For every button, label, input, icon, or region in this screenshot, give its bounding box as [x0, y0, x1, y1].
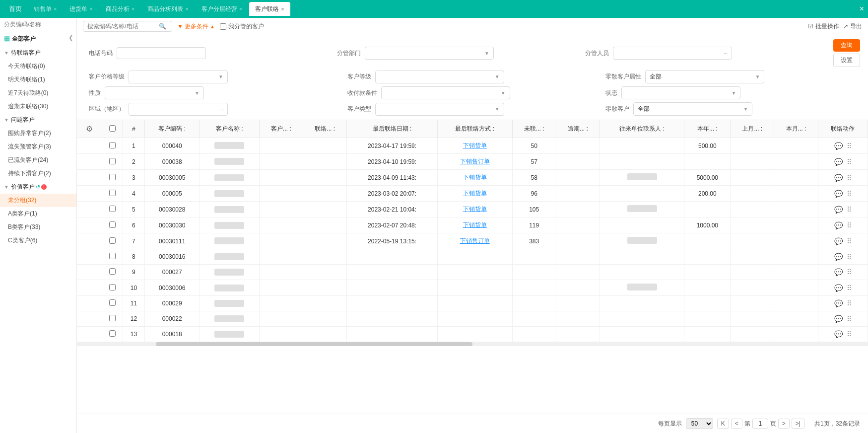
nav-home[interactable]: 首页 [4, 4, 27, 13]
col-overdue[interactable]: 逾期... : [556, 120, 600, 138]
scroll-bar[interactable] [77, 342, 868, 346]
nav-tab-purchase[interactable]: 进货单 × [64, 2, 98, 16]
row-checkbox[interactable] [102, 202, 123, 217]
last-method-link[interactable]: 下销货单 [463, 206, 487, 213]
row-select-checkbox[interactable] [109, 190, 116, 196]
row-checkbox[interactable] [102, 186, 123, 202]
more-action-icon[interactable]: ⠿ [847, 142, 852, 150]
more-action-icon[interactable]: ⠿ [847, 174, 852, 182]
close-tab-customer-mgmt[interactable]: × [239, 6, 242, 12]
row-last-method[interactable]: 下销货单 [437, 170, 512, 186]
close-tab-analysis[interactable]: × [132, 6, 134, 12]
more-action-icon[interactable]: ⠿ [847, 206, 852, 214]
sidebar-item-b-class[interactable]: B类客户(33) [0, 220, 76, 234]
col-last-date[interactable]: 最后联络日期 : [347, 120, 438, 138]
more-action-icon[interactable]: ⠿ [847, 284, 852, 292]
last-method-link[interactable]: 下销货单 [463, 174, 487, 181]
my-customers-filter[interactable]: 我分管的客户 [220, 22, 264, 31]
sidebar-item-7days[interactable]: 近7天待联络(0) [0, 86, 76, 100]
col-last-method[interactable]: 最后联络方式 : [437, 120, 512, 138]
select-all-checkbox[interactable] [109, 125, 116, 132]
first-page-btn[interactable]: K [717, 419, 729, 429]
contact-action-icon[interactable]: 💬 [834, 142, 843, 150]
col-settings[interactable]: ⚙ [77, 120, 102, 138]
export-btn[interactable]: ↗ 导出 [843, 22, 862, 31]
row-last-method[interactable]: 下销货单 [437, 186, 512, 202]
sidebar-item-overdue[interactable]: 逾期未联络(30) [0, 100, 76, 113]
row-last-method[interactable] [437, 265, 512, 280]
sidebar-section-pending[interactable]: ▼ 待联络客户 [0, 46, 76, 60]
prev-page-btn[interactable]: < [731, 419, 742, 429]
filter-price-level-select[interactable]: ▼ [129, 71, 228, 83]
more-action-icon[interactable]: ⠿ [847, 190, 852, 198]
row-last-method[interactable] [437, 249, 512, 265]
close-tab-customer-contact[interactable]: × [281, 6, 284, 12]
last-method-link[interactable]: 下销货单 [463, 221, 487, 228]
nav-tab-customer-mgmt[interactable]: 客户分层经营 × [196, 2, 248, 16]
col-checkbox[interactable] [102, 120, 123, 138]
search-input[interactable] [87, 23, 157, 30]
scroll-bar-thumb[interactable] [156, 342, 472, 346]
more-action-icon[interactable]: ⠿ [847, 253, 852, 261]
filter-scatter-attr-select[interactable]: 全部 ▼ [645, 70, 764, 83]
sidebar-item-tomorrow[interactable]: 明天待联络(1) [0, 73, 76, 86]
filter-phone-input[interactable] [117, 47, 206, 59]
row-select-checkbox[interactable] [109, 237, 116, 244]
sidebar-item-abnormal[interactable]: 囤购异常客户(2) [0, 127, 76, 140]
contact-action-icon[interactable]: 💬 [834, 253, 843, 261]
row-select-checkbox[interactable] [109, 206, 116, 212]
more-action-icon[interactable]: ⠿ [847, 268, 852, 276]
contact-action-icon[interactable]: 💬 [834, 315, 843, 323]
more-action-icon[interactable]: ⠿ [847, 221, 852, 229]
contact-action-icon[interactable]: 💬 [834, 206, 843, 214]
row-last-method[interactable]: 下销售订单 [437, 233, 512, 249]
filter-customer-level-select[interactable]: ▼ [375, 71, 504, 83]
contact-action-icon[interactable]: 💬 [834, 174, 843, 182]
more-action-icon[interactable]: ⠿ [847, 315, 852, 323]
last-page-btn[interactable]: >| [792, 419, 804, 429]
row-select-checkbox[interactable] [109, 221, 116, 228]
close-tab-purchase[interactable]: × [89, 6, 92, 12]
contact-action-icon[interactable]: 💬 [834, 299, 843, 307]
row-checkbox[interactable] [102, 311, 123, 327]
my-customers-checkbox[interactable] [220, 23, 226, 30]
row-last-method[interactable] [437, 327, 512, 342]
nav-tab-analysis-list[interactable]: 商品分析列表 × [141, 2, 194, 16]
sidebar-item-declining[interactable]: 持续下滑客户(2) [0, 167, 76, 180]
filter-customer-type-select[interactable]: ▼ [375, 103, 504, 116]
settings-icon[interactable]: ⚙ [86, 125, 93, 133]
all-customers-header[interactable]: ⊞ 全部客户 《 [0, 31, 76, 46]
sidebar-section-value[interactable]: ▼ 价值客户 ↺ ! [0, 180, 76, 194]
filter-dept-select[interactable]: ▼ [365, 47, 494, 60]
row-select-checkbox[interactable] [109, 253, 116, 259]
contact-action-icon[interactable]: 💬 [834, 268, 843, 276]
col-code[interactable]: 客户编码 : [144, 120, 200, 138]
row-select-checkbox[interactable] [109, 142, 116, 148]
next-page-btn[interactable]: > [778, 419, 790, 429]
more-action-icon[interactable]: ⠿ [847, 237, 852, 245]
row-select-checkbox[interactable] [109, 315, 116, 321]
row-select-checkbox[interactable] [109, 158, 116, 164]
row-last-method[interactable]: 下销货单 [437, 217, 512, 233]
filter-payment-select[interactable]: ▼ [381, 86, 510, 99]
row-checkbox[interactable] [102, 217, 123, 233]
contact-action-icon[interactable]: 💬 [834, 284, 843, 292]
page-number-input[interactable] [752, 419, 768, 429]
row-select-checkbox[interactable] [109, 174, 116, 180]
query-button[interactable]: 查询 [833, 39, 860, 52]
more-action-icon[interactable]: ⠿ [847, 299, 852, 307]
nav-tab-sales[interactable]: 销售单 × [28, 2, 63, 16]
row-checkbox[interactable] [102, 154, 123, 170]
col-contact[interactable]: 联络... : [303, 120, 347, 138]
row-checkbox[interactable] [102, 138, 123, 154]
more-action-icon[interactable]: ⠿ [847, 330, 852, 338]
filter-scatter-select[interactable]: 全部 ▼ [633, 102, 752, 116]
row-checkbox[interactable] [102, 170, 123, 186]
col-this-year[interactable]: 本年... : [684, 120, 731, 138]
sidebar-search-input[interactable] [4, 21, 77, 28]
row-select-checkbox[interactable] [109, 299, 116, 306]
filter-more-btn[interactable]: ▼ 更多条件 ▲ [177, 22, 215, 31]
filter-manager-select[interactable]: ··· [613, 47, 732, 60]
row-checkbox[interactable] [102, 296, 123, 311]
row-checkbox[interactable] [102, 327, 123, 342]
